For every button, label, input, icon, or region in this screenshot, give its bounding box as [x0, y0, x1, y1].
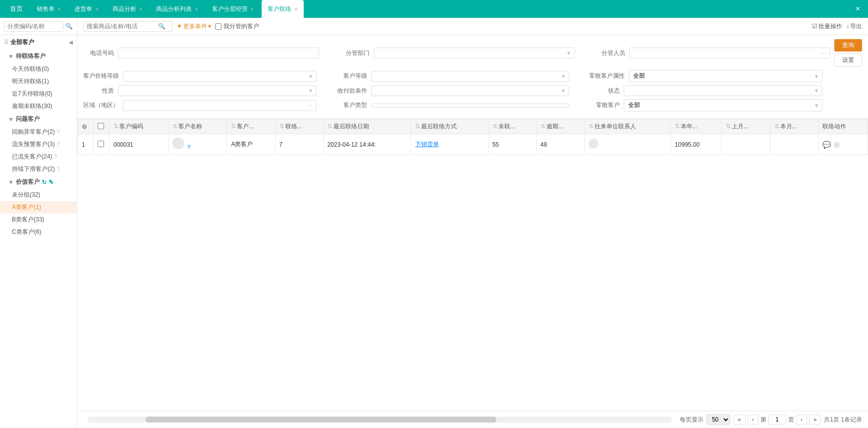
sidebar-item-a-class[interactable]: A类客户(1) — [0, 201, 77, 214]
sidebar-search-input[interactable] — [4, 21, 63, 32]
page-size-select[interactable]: 50 — [706, 414, 730, 425]
payment-select[interactable]: ▾ — [371, 85, 570, 96]
close-tab-product-list[interactable]: × — [195, 6, 198, 12]
last-page-btn[interactable]: » — [809, 415, 821, 425]
batch-ops-btn[interactable]: ☑ 批量操作 — [812, 22, 842, 31]
nav-tab-product-list[interactable]: 商品分析列表 × — [150, 0, 204, 18]
select-all-checkbox[interactable] — [98, 123, 104, 129]
sidebar-pending-group[interactable]: ▼ 待联络客户 — [0, 50, 77, 63]
col-last-method[interactable]: ⇅最后联络方式 — [411, 119, 488, 134]
chat-action-icon[interactable]: 💬 — [822, 141, 831, 149]
row-actions: 💬 ⊞ — [818, 134, 868, 155]
customer-type-select[interactable] — [371, 104, 570, 107]
close-all-tabs[interactable]: × — [852, 4, 864, 13]
retail-customer-chevron-icon: ▾ — [815, 102, 818, 109]
sidebar-problem-group[interactable]: ▼ 问题客户 — [0, 112, 77, 126]
sidebar-item-overdue[interactable]: 逾期未联络(30) — [0, 100, 77, 112]
sidebar-value-group[interactable]: ▼ 价值客户 ↻ ✎ — [0, 175, 77, 189]
filter-actions: 查询 设置 — [830, 39, 862, 67]
sort-icon-contact: ⇅ — [279, 123, 284, 130]
nav-home[interactable]: 首页 — [4, 0, 29, 18]
phone-field: 电话号码 — [83, 48, 319, 58]
next-page-btn[interactable]: › — [796, 415, 807, 425]
nav-tab-customer-seg[interactable]: 客户分层经营 × — [206, 0, 260, 18]
price-level-chevron-icon: ▾ — [309, 73, 312, 80]
search-icon[interactable]: 🔍 — [158, 23, 165, 30]
sidebar-item-b-class[interactable]: B类客户(33) — [0, 214, 77, 226]
col-this-year[interactable]: ⇅本年... — [671, 119, 722, 134]
export-btn[interactable]: ↓ 导出 — [846, 22, 862, 31]
close-tab-customer-contact[interactable]: × — [294, 6, 297, 12]
search-input[interactable] — [87, 23, 156, 30]
help-icon-abnormal[interactable]: ? — [57, 129, 60, 135]
status-chevron-icon: ▾ — [815, 87, 818, 94]
col-name[interactable]: ⇅客户名称 — [168, 119, 227, 134]
close-tab-purchase[interactable]: × — [95, 6, 98, 12]
first-page-btn[interactable]: « — [733, 415, 746, 425]
retail-attr-chevron-icon: ▾ — [815, 73, 818, 80]
col-this-month[interactable]: ⇅本月... — [770, 119, 818, 134]
bottom-bar: 每页显示 50 « ‹ 第 页 › » 共1页 1条记录 — [77, 411, 868, 428]
col-contact-count[interactable]: ⇅联络... — [275, 119, 323, 134]
col-last-month[interactable]: ⇅上月... — [722, 119, 770, 134]
search-box: 🔍 — [83, 21, 172, 32]
col-code[interactable]: ⇅客户编码 — [109, 119, 168, 134]
phone-input[interactable] — [118, 48, 319, 58]
close-tab-product-analysis[interactable]: × — [139, 6, 142, 12]
value-refresh-icon[interactable]: ↻ — [42, 179, 47, 186]
horizontal-scrollbar[interactable] — [87, 417, 672, 423]
person-dots-icon[interactable]: ··· — [821, 50, 826, 56]
col-company-contact[interactable]: ⇅往来单位联系人 — [584, 119, 670, 134]
sidebar-item-abnormal[interactable]: 回购异常客户(2) ? — [0, 126, 77, 138]
settings-button[interactable]: 设置 — [834, 54, 862, 67]
sidebar-all-customers[interactable]: ⠿ 全部客户 ◀ — [0, 35, 77, 50]
nav-tab-purchase[interactable]: 进货单 × — [68, 0, 104, 18]
nav-tab-product-analysis[interactable]: 商品分析 × — [107, 0, 148, 18]
area-select[interactable]: ··· — [123, 100, 317, 111]
scrollbar-thumb[interactable] — [146, 417, 496, 423]
sidebar-item-today[interactable]: 今天待联络(0) — [0, 63, 77, 75]
nature-select[interactable]: ▾ — [118, 85, 317, 96]
check-col-header — [94, 119, 109, 134]
query-button[interactable]: 查询 — [834, 39, 862, 52]
more-filter-btn[interactable]: ▼ 更多条件 ▾ — [176, 22, 211, 31]
sidebar-item-unclassified[interactable]: 未分组(32) — [0, 189, 77, 201]
col-last-date[interactable]: ⇅最后联络日期 — [323, 119, 411, 134]
nav-tab-sales[interactable]: 销售单 × — [31, 0, 66, 18]
last-method-link[interactable]: 下销货单 — [415, 141, 439, 148]
col-not-contacted[interactable]: ⇅未联... — [488, 119, 536, 134]
nav-tab-customer-contact[interactable]: 客户联络 × — [262, 0, 303, 18]
page-controls: 每页显示 50 « ‹ 第 页 › » 共1页 1条记录 — [680, 414, 862, 425]
sidebar-item-tomorrow[interactable]: 明天待联络(1) — [0, 75, 77, 88]
sidebar-search-icon[interactable]: 🔍 — [65, 23, 73, 30]
status-select[interactable]: ▾ — [624, 85, 822, 96]
help-icon-declining[interactable]: ? — [57, 166, 60, 172]
prev-page-btn[interactable]: ‹ — [748, 415, 759, 425]
row-checkbox[interactable] — [98, 141, 104, 147]
sidebar-item-c-class[interactable]: C类客户(6) — [0, 226, 77, 238]
help-icon-churn-warning[interactable]: ? — [57, 142, 60, 147]
close-tab-sales[interactable]: × — [57, 6, 60, 12]
sidebar-item-declining[interactable]: 持续下滑客户(2) ? — [0, 163, 77, 175]
value-edit-icon[interactable]: ✎ — [49, 179, 54, 186]
customer-level-select[interactable]: ▾ — [371, 71, 570, 82]
company-contact-avatar — [589, 139, 598, 149]
dept-select[interactable]: ▾ — [374, 48, 575, 58]
sidebar-item-churned[interactable]: 已流失客户(24) ? — [0, 151, 77, 163]
col-overdue[interactable]: ⇅逾期... — [536, 119, 584, 134]
retail-attr-select[interactable]: 全部 ▾ — [629, 70, 822, 82]
area-dots-icon[interactable]: ··· — [307, 102, 312, 109]
sidebar-item-churn-warning[interactable]: 流失预警客户(3) ? — [0, 138, 77, 151]
sidebar-item-7days[interactable]: 近7天待联络(0) — [0, 88, 77, 100]
grid-action-icon[interactable]: ⊞ — [834, 141, 840, 149]
page-number-input[interactable] — [768, 415, 786, 425]
row-name: ？ — [168, 134, 227, 155]
retail-customer-select[interactable]: 全部 ▾ — [624, 99, 822, 111]
help-icon-churned[interactable]: ? — [54, 154, 57, 160]
close-tab-customer-seg[interactable]: × — [251, 6, 254, 12]
settings-col-header[interactable]: ⚙ — [78, 119, 94, 134]
price-level-select[interactable]: ▾ — [123, 71, 317, 82]
person-select[interactable]: ··· — [629, 48, 830, 58]
col-customer-type[interactable]: ⇅客户... — [227, 119, 275, 134]
my-customers-checkbox[interactable] — [215, 23, 221, 30]
